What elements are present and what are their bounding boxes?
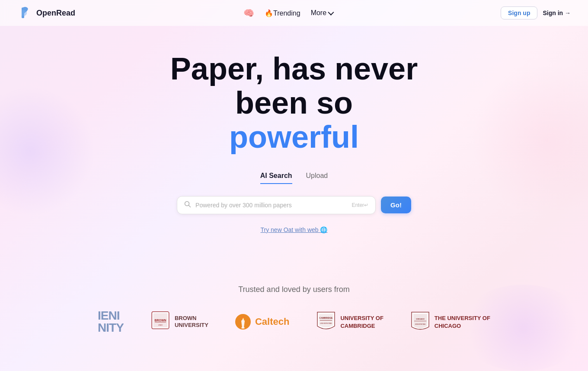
- hero-title: Paper, has never been so powerful: [170, 52, 418, 155]
- logo-area: OpenRead: [17, 5, 75, 21]
- svg-text:BROWN: BROWN: [155, 319, 166, 322]
- search-container: Enter↵ Go!: [177, 196, 411, 214]
- openread-logo-icon: [17, 5, 33, 21]
- university-logos-row: IENINITY BROWN UNIV BROWNUNIVERSITY 🔥: [0, 310, 588, 334]
- cambridge-logo: CAMBRIDGE UNIVERSITAS UNIVERSITY OFCAMBR…: [315, 311, 383, 333]
- mit-logo: IENINITY: [98, 310, 124, 334]
- signin-label: Sign in →: [543, 10, 571, 16]
- chicago-label: THE UNIVERSITY OFCHICAGO: [435, 315, 490, 329]
- brown-shield-icon: BROWN UNIV: [150, 311, 171, 333]
- cambridge-shield-icon: CAMBRIDGE UNIVERSITAS: [315, 311, 337, 333]
- more-label: More: [311, 9, 326, 17]
- signin-button[interactable]: Sign in →: [543, 10, 571, 16]
- caltech-torch-icon: 🔥: [234, 311, 252, 332]
- search-input[interactable]: [195, 202, 347, 209]
- svg-line-1: [189, 205, 191, 207]
- caltech-logo: 🔥 Caltech: [234, 311, 289, 332]
- svg-text:CHICAGO: CHICAGO: [416, 318, 425, 320]
- try-new-link[interactable]: Try new Oat with web 🌐: [261, 226, 328, 233]
- mit-logo-text: IENINITY: [98, 310, 124, 334]
- tab-upload[interactable]: Upload: [306, 172, 328, 184]
- svg-text:UNIVERSITAS: UNIVERSITAS: [320, 322, 332, 324]
- hero-title-line1: Paper, has never: [170, 51, 418, 86]
- search-icon: [184, 201, 191, 209]
- search-tabs: AI Search Upload: [260, 172, 328, 184]
- hero-title-line2: been so: [235, 86, 353, 120]
- nav-brain-icon-button[interactable]: 🧠: [243, 8, 254, 18]
- tab-ai-search[interactable]: AI Search: [260, 172, 292, 184]
- svg-text:UNIVERSITAS: UNIVERSITAS: [415, 323, 425, 325]
- caltech-label: Caltech: [255, 316, 289, 327]
- trending-nav-button[interactable]: 🔥Trending: [265, 9, 300, 17]
- navbar: OpenRead 🧠 🔥Trending More Sign up Sign i…: [0, 0, 588, 26]
- svg-point-9: [241, 327, 245, 329]
- search-shortcut: Enter↵: [352, 202, 368, 208]
- trusted-title: Trusted and loved by users from: [238, 285, 349, 294]
- trusted-section: Trusted and loved by users from IENINITY…: [0, 285, 588, 351]
- hero-section: Paper, has never been so powerful AI Sea…: [0, 26, 588, 251]
- brown-university-logo: BROWN UNIV BROWNUNIVERSITY: [150, 311, 208, 333]
- navbar-center: 🧠 🔥Trending More: [243, 8, 332, 18]
- trending-label: 🔥Trending: [265, 9, 300, 17]
- brain-icon: 🧠: [243, 8, 254, 18]
- navbar-right: Sign up Sign in →: [501, 6, 571, 19]
- svg-text:CAMBRIDGE: CAMBRIDGE: [320, 317, 333, 319]
- chicago-logo: CHICAGO UNIVERSITAS THE UNIVERSITY OFCHI…: [409, 311, 490, 333]
- signup-button[interactable]: Sign up: [501, 6, 537, 19]
- more-nav-button[interactable]: More: [311, 9, 332, 17]
- chevron-down-icon: [328, 10, 334, 16]
- svg-text:UNIV: UNIV: [158, 324, 163, 326]
- search-bar: Enter↵: [177, 196, 376, 214]
- hero-title-accent: powerful: [229, 120, 359, 154]
- chicago-shield-icon: CHICAGO UNIVERSITAS: [409, 311, 431, 333]
- brown-university-label: BROWNUNIVERSITY: [175, 315, 208, 328]
- logo-text: OpenRead: [36, 9, 75, 18]
- go-button[interactable]: Go!: [381, 197, 411, 213]
- cambridge-label: UNIVERSITY OFCAMBRIDGE: [340, 315, 383, 329]
